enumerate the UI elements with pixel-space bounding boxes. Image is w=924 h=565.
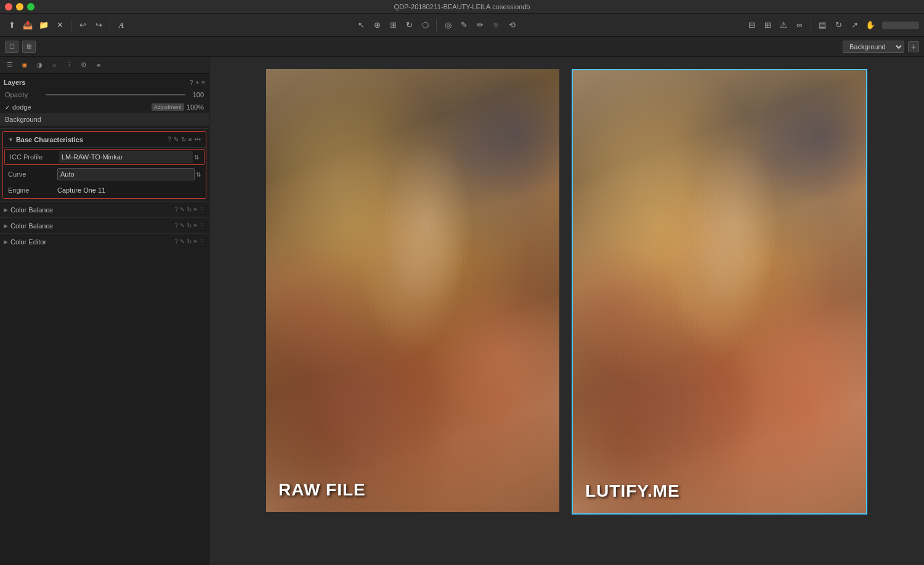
cb1-edit-icon[interactable]: ✎: [180, 206, 185, 213]
select-tool-icon[interactable]: ↖: [354, 18, 368, 32]
color-balance-panel-2[interactable]: ▶ Color Balance ? ✎ ↻ ≡ ⋮: [0, 217, 209, 233]
background-row[interactable]: Background: [0, 113, 209, 126]
battery-indicator: [882, 22, 919, 29]
cb1-more-icon[interactable]: ⋮: [199, 206, 205, 213]
erase-icon[interactable]: ◾: [489, 18, 503, 32]
close-button[interactable]: [5, 3, 12, 10]
curve-select-arrow-icon: ⇅: [196, 171, 201, 178]
lasso-icon[interactable]: ⟲: [505, 18, 519, 32]
ce-list-icon[interactable]: ≡: [193, 238, 197, 245]
healing-icon[interactable]: ✎: [457, 18, 471, 32]
panel-tab-exposure[interactable]: ◑: [33, 59, 46, 71]
bc-list-icon[interactable]: ≡: [188, 136, 192, 143]
clone-stamp-icon[interactable]: ✏: [473, 18, 487, 32]
export-icon[interactable]: 📤: [21, 18, 34, 32]
panel-tab-lens[interactable]: ○: [48, 59, 60, 71]
pan-icon[interactable]: ✋: [864, 18, 877, 32]
open-icon[interactable]: 📁: [37, 18, 51, 32]
import-icon[interactable]: ⬆: [5, 18, 18, 32]
curve-select[interactable]: Auto: [57, 168, 195, 180]
left-panel: ☰ ◉ ◑ ○ ⋮ ⚙ ≡ Layers ? + ≡ Opacity 100: [0, 57, 209, 565]
dodge-label: dodge: [12, 103, 152, 111]
raw-file-label: RAW FILE: [278, 480, 366, 500]
panel-tab-settings[interactable]: ⚙: [78, 59, 90, 71]
cb2-help-icon[interactable]: ?: [175, 222, 179, 229]
color-editor-panel[interactable]: ▶ Color Editor ? ✎ ↻ ≡ ⋮: [0, 233, 209, 249]
grid-icon[interactable]: ⊞: [761, 18, 774, 32]
cb2-list-icon[interactable]: ≡: [193, 222, 197, 229]
ce-edit-icon[interactable]: ✎: [180, 238, 185, 245]
icc-profile-select[interactable]: LM-RAW-TO-Minkar: [59, 151, 193, 163]
undo-icon[interactable]: ↩: [76, 18, 89, 32]
bc-edit-icon[interactable]: ✎: [174, 136, 179, 143]
layers-help-icon[interactable]: ?: [190, 79, 193, 86]
single-view-button[interactable]: ☐: [5, 41, 18, 53]
window-title: QDP-20180211-BEAUTY-LEILA.cosessiondb: [394, 3, 530, 10]
color-editor-arrow-icon: ▶: [4, 239, 8, 245]
keystone-tool-icon[interactable]: ⬡: [418, 18, 432, 32]
ce-reset-icon[interactable]: ↻: [187, 238, 192, 245]
panel-tab-color[interactable]: ◉: [18, 59, 31, 71]
layers-title: Layers: [4, 79, 25, 86]
layers-header: Layers ? + ≡: [0, 76, 209, 89]
panel-tab-meta[interactable]: ≡: [92, 59, 105, 71]
window-controls: [5, 3, 34, 10]
spot-removal-icon[interactable]: ◎: [441, 18, 455, 32]
arrow-icon[interactable]: ↗: [848, 18, 861, 32]
close-icon[interactable]: ✕: [53, 18, 67, 32]
color-balance-panel-1[interactable]: ▶ Color Balance ? ✎ ↻ ≡ ⋮: [0, 201, 209, 217]
add-layer-button[interactable]: +: [908, 41, 919, 52]
redo-icon[interactable]: ↪: [92, 18, 105, 32]
rotate-tool-icon[interactable]: ↻: [402, 18, 416, 32]
refresh-icon[interactable]: ↻: [832, 18, 845, 32]
background-label: Background: [5, 116, 41, 123]
color-editor-label: Color Editor: [10, 238, 175, 246]
bc-reset-icon[interactable]: ↻: [181, 136, 186, 143]
clone-tool-icon[interactable]: ⊕: [370, 18, 384, 32]
cb2-more-icon[interactable]: ⋮: [199, 222, 205, 229]
titlebar: QDP-20180211-BEAUTY-LEILA.cosessiondb: [0, 0, 924, 14]
color-balance-2-label: Color Balance: [10, 222, 175, 230]
photo-viewer: RAW FILE LUTIFY.ME: [209, 57, 924, 565]
dodge-percentage: 100%: [187, 103, 204, 111]
minimize-button[interactable]: [16, 3, 23, 10]
loop-icon[interactable]: ∞: [793, 18, 806, 32]
layers-icon[interactable]: ▤: [816, 18, 829, 32]
cb2-edit-icon[interactable]: ✎: [180, 222, 185, 229]
panel-tab-list[interactable]: ☰: [4, 59, 16, 71]
dodge-tag: Adjustment: [152, 103, 184, 111]
opacity-value: 100: [189, 91, 204, 98]
opacity-slider[interactable]: [46, 94, 185, 95]
layer-select[interactable]: Background: [843, 41, 904, 53]
bc-help-icon[interactable]: ?: [168, 136, 171, 143]
viewer-icon[interactable]: ⊟: [745, 18, 758, 32]
ce-more-icon[interactable]: ⋮: [199, 238, 205, 245]
text-icon[interactable]: A: [115, 18, 128, 32]
cb2-reset-icon[interactable]: ↻: [187, 222, 192, 229]
cb1-reset-icon[interactable]: ↻: [187, 206, 192, 213]
engine-value: Capture One 11: [57, 186, 105, 194]
lutify-container: LUTIFY.ME: [572, 69, 867, 515]
cb1-list-icon[interactable]: ≡: [193, 206, 197, 213]
layers-section: Layers ? + ≡ Opacity 100 ✓ dodge Adjustm…: [0, 74, 209, 129]
panel-tabs: ☰ ◉ ◑ ○ ⋮ ⚙ ≡: [0, 57, 209, 74]
layers-menu-icon[interactable]: ≡: [201, 79, 205, 86]
compare-view-button[interactable]: ⊞: [22, 41, 36, 53]
cb1-help-icon[interactable]: ?: [175, 206, 179, 213]
bc-more-icon[interactable]: •••: [194, 136, 201, 143]
engine-row: Engine Capture One 11: [3, 182, 206, 198]
ce-help-icon[interactable]: ?: [175, 238, 179, 245]
main-layout: ☰ ◉ ◑ ○ ⋮ ⚙ ≡ Layers ? + ≡ Opacity 100: [0, 57, 924, 565]
dodge-check-icon: ✓: [5, 104, 10, 111]
collapse-icon[interactable]: ▼: [8, 137, 14, 143]
warning-icon[interactable]: ⚠: [777, 18, 790, 32]
opacity-row: Opacity 100: [0, 89, 209, 101]
lutify-canvas: LUTIFY.ME: [573, 70, 866, 513]
layers-add-icon[interactable]: +: [195, 79, 199, 86]
maximize-button[interactable]: [27, 3, 34, 10]
panel-tab-details[interactable]: ⋮: [63, 59, 75, 71]
crop-tool-icon[interactable]: ⊞: [386, 18, 400, 32]
raw-file-canvas: RAW FILE: [266, 69, 559, 512]
color-balance-2-arrow-icon: ▶: [4, 223, 8, 229]
curve-row: Curve Auto ⇅: [3, 166, 206, 182]
